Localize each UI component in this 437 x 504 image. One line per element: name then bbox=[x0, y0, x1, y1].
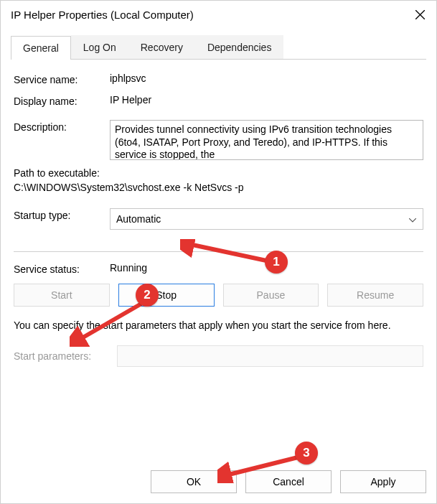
startup-type-select[interactable]: Automatic bbox=[110, 208, 423, 230]
info-text: You can specify the start parameters tha… bbox=[14, 318, 423, 332]
tab-logon[interactable]: Log On bbox=[71, 35, 128, 59]
start-parameters-label: Start parameters: bbox=[14, 350, 110, 362]
tab-strip: General Log On Recovery Dependencies bbox=[11, 35, 426, 60]
resume-button[interactable]: Resume bbox=[327, 284, 423, 307]
annotation-callout-2: 2 bbox=[136, 284, 159, 307]
service-status-label: Service status: bbox=[14, 262, 110, 275]
annotation-callout-3: 3 bbox=[295, 442, 318, 465]
general-panel: Service name: iphlpsvc Display name: IP … bbox=[11, 73, 426, 367]
apply-button[interactable]: Apply bbox=[340, 470, 426, 493]
cancel-button[interactable]: Cancel bbox=[245, 470, 332, 493]
description-label: Description: bbox=[14, 120, 110, 133]
ok-button[interactable]: OK bbox=[151, 470, 237, 493]
display-name-label: Display name: bbox=[14, 94, 110, 107]
service-name-label: Service name: bbox=[14, 73, 110, 85]
window-title: IP Helper Properties (Local Computer) bbox=[11, 9, 194, 21]
service-name-value: iphlpsvc bbox=[110, 73, 423, 84]
annotation-callout-1: 1 bbox=[265, 251, 288, 274]
path-value: C:\WINDOWS\System32\svchost.exe -k NetSv… bbox=[14, 180, 423, 195]
description-text[interactable]: Provides tunnel connectivity using IPv6 … bbox=[110, 120, 423, 160]
pause-button[interactable]: Pause bbox=[223, 284, 319, 307]
close-button[interactable] bbox=[403, 1, 436, 28]
startup-type-label: Startup type: bbox=[14, 208, 110, 221]
path-label: Path to executable: bbox=[14, 166, 423, 180]
close-icon bbox=[415, 10, 425, 19]
start-parameters-input[interactable] bbox=[117, 345, 423, 367]
start-button[interactable]: Start bbox=[14, 284, 110, 307]
divider bbox=[14, 251, 423, 252]
tab-recovery[interactable]: Recovery bbox=[128, 35, 195, 59]
properties-dialog: IP Helper Properties (Local Computer) Ge… bbox=[0, 0, 437, 504]
tab-dependencies[interactable]: Dependencies bbox=[195, 35, 284, 59]
stop-button[interactable]: Stop bbox=[118, 284, 215, 307]
titlebar: IP Helper Properties (Local Computer) bbox=[1, 1, 436, 28]
dialog-footer: OK Cancel Apply bbox=[151, 470, 426, 493]
display-name-value: IP Helper bbox=[110, 94, 423, 106]
tab-general[interactable]: General bbox=[11, 36, 71, 60]
